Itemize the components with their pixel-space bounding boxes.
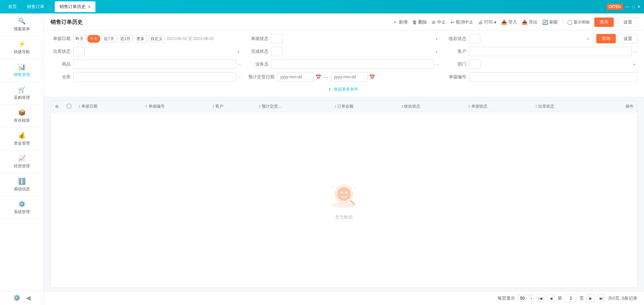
dept-control	[469, 60, 637, 69]
sidebar: 🔍 搜索菜单 ⚡ 快捷导航 📊 销售管理 🛒 采购管理 📦 库存核算 💰 资金管…	[0, 13, 44, 305]
show-detail-checkbox[interactable]	[568, 20, 572, 25]
new-icon: ＋	[393, 19, 397, 25]
th-customer[interactable]: ↕ 客户	[209, 101, 255, 112]
calendar-end-icon[interactable]: 📅	[369, 74, 375, 80]
settings-bottom-icon[interactable]: ⚙️	[13, 294, 20, 302]
delivery-date-start[interactable]	[277, 72, 314, 82]
import-button[interactable]: 📥 导入	[501, 19, 517, 25]
tab-sales-order-history[interactable]: 销售订单历史 ✕	[55, 1, 95, 12]
sidebar-item-finance-label: 资金管理	[14, 141, 30, 146]
th-bill-no-sort: ↕	[145, 104, 148, 109]
warehouse-ellipsis[interactable]: ···	[238, 74, 242, 80]
empty-illustration	[327, 180, 361, 210]
export-label: 导出	[529, 19, 538, 25]
window-minimize[interactable]: —	[626, 4, 630, 9]
salesperson-ellipsis[interactable]: ···	[435, 62, 439, 67]
refresh-button[interactable]: 🔄 刷新	[542, 19, 558, 25]
customer-ellipsis[interactable]: ···	[633, 49, 637, 54]
date-today-btn[interactable]: 今天	[87, 35, 100, 43]
th-order-amount[interactable]: ↕ 订单金额	[331, 101, 398, 112]
date-more-btn[interactable]: 更多	[134, 35, 147, 43]
tab-sales-order-history-close[interactable]: ✕	[88, 5, 91, 9]
dept-select[interactable]	[469, 60, 480, 69]
tab-sales-order[interactable]: 销售订单 ✕	[22, 1, 54, 12]
goods-ellipsis[interactable]: ···	[238, 62, 242, 67]
cancel-stop-button[interactable]: ↩ 取消中止	[450, 19, 473, 25]
settings-button-right[interactable]: 设置	[618, 34, 637, 43]
warehouse-input[interactable]	[73, 72, 236, 82]
sidebar-item-sales[interactable]: 📊 销售管理	[0, 59, 43, 82]
empty-state: 暂无数据	[51, 112, 637, 288]
customer-input[interactable]	[469, 47, 632, 56]
sidebar-item-basic-info-label: 基础信息	[14, 186, 30, 192]
date-1month-btn[interactable]: 近1月	[118, 35, 133, 43]
stop-icon: ⊘	[432, 20, 436, 25]
calendar-start-icon[interactable]: 📅	[315, 74, 321, 80]
main-layout: 🔍 搜索菜单 ⚡ 快捷导航 📊 销售管理 🛒 采购管理 📦 库存核算 💰 资金管…	[0, 13, 644, 305]
next-page-btn[interactable]: ▶	[587, 294, 595, 302]
query-button-right[interactable]: 查询	[596, 34, 616, 43]
th-out-status-col[interactable]: ↕ 出库状态	[532, 101, 599, 112]
delete-button[interactable]: 🗑 删除	[412, 19, 427, 25]
sidebar-item-search-label: 搜索菜单	[14, 26, 30, 32]
th-bill-date-label: ↕	[78, 104, 81, 109]
sidebar-item-operations[interactable]: 📈 经营管理	[0, 151, 43, 174]
sidebar-item-basic-info[interactable]: ℹ️ 基础信息	[0, 174, 43, 196]
th-delivery-date[interactable]: ↕ 预计交货...	[255, 101, 331, 112]
goods-input[interactable]	[73, 60, 236, 69]
th-bill-status-col[interactable]: ↕ 单据状态	[465, 101, 532, 112]
query-button[interactable]: 查询	[594, 17, 614, 27]
filter-row-2: 出库状态 完成状态	[50, 47, 637, 56]
date-7days-btn[interactable]: 近7天	[101, 35, 117, 43]
show-detail-toggle[interactable]: 显示明细	[568, 20, 590, 25]
window-close[interactable]: ✕	[637, 4, 641, 9]
per-page-select[interactable]: 50 10 20 100	[518, 295, 533, 302]
filter-out-status: 出库状态	[50, 47, 242, 56]
salesperson-input[interactable]	[271, 60, 434, 69]
out-status-select[interactable]	[73, 47, 85, 56]
th-settings[interactable]: ⚙	[51, 101, 63, 112]
collapse-bar[interactable]: ∧ 收起更多条件	[50, 85, 637, 93]
window-maximize[interactable]: □	[632, 4, 635, 9]
th-bill-date[interactable]: ↕ 单据日期	[75, 101, 142, 112]
tab-sales-order-label: 销售订单	[27, 4, 44, 10]
last-page-btn[interactable]: ▶|	[597, 294, 605, 302]
export-button[interactable]: 📤 导出	[522, 19, 538, 25]
print-label: 打印	[484, 19, 493, 25]
table-container: ⚙ ↕ 单据日期 ↕ 单据编号	[50, 101, 637, 288]
bill-status-select[interactable]	[271, 34, 283, 43]
th-checkbox[interactable]	[63, 101, 75, 112]
search-menu-icon: 🔍	[18, 17, 26, 25]
sidebar-item-search[interactable]: 🔍 搜索菜单	[0, 13, 43, 36]
empty-text: 暂无数据	[335, 214, 353, 220]
bill-no-input[interactable]	[469, 72, 637, 82]
select-all-checkbox[interactable]	[67, 104, 71, 108]
page-number-input[interactable]	[565, 294, 577, 302]
sidebar-item-inventory[interactable]: 📦 库存核算	[0, 105, 43, 128]
prev-page-btn[interactable]: ◀	[547, 294, 555, 302]
th-receipt-status[interactable]: ↕ 收款状态	[398, 101, 465, 112]
date-quick-buttons: 昨天 今天 近7天 近1月 更多 自定义	[73, 35, 165, 43]
date-custom-btn[interactable]: 自定义	[148, 35, 165, 43]
new-button[interactable]: ＋ 新增	[393, 19, 407, 25]
sidebar-item-finance[interactable]: 💰 资金管理	[0, 128, 43, 151]
receipt-status-select[interactable]	[469, 34, 480, 43]
warehouse-label: 仓库	[50, 74, 71, 80]
delivery-date-end[interactable]	[331, 72, 368, 82]
bill-status-control	[271, 34, 439, 43]
tab-sales-order-close[interactable]: ✕	[46, 5, 49, 9]
tab-home[interactable]: 首页	[3, 1, 22, 12]
sidebar-item-system[interactable]: ⚙️ 系统管理	[0, 196, 43, 219]
bill-status-label: 单据状态	[248, 36, 268, 42]
th-bill-no[interactable]: ↕ 单据编号	[142, 101, 209, 112]
settings-button[interactable]: 设置	[618, 17, 637, 27]
collapse-sidebar-icon[interactable]: ◀	[26, 294, 31, 302]
print-button[interactable]: 🖨 打印 ▾	[478, 19, 497, 25]
stop-button[interactable]: ⊘ 中止	[432, 19, 446, 25]
filter-receipt-status: 收款状态 查询 设置	[446, 34, 637, 43]
sidebar-item-quick-nav[interactable]: ⚡ 快捷导航	[0, 36, 43, 59]
complete-status-select[interactable]	[271, 47, 283, 56]
date-yesterday-btn[interactable]: 昨天	[73, 35, 86, 43]
sidebar-item-purchase[interactable]: 🛒 采购管理	[0, 82, 43, 105]
first-page-btn[interactable]: |◀	[536, 294, 544, 302]
